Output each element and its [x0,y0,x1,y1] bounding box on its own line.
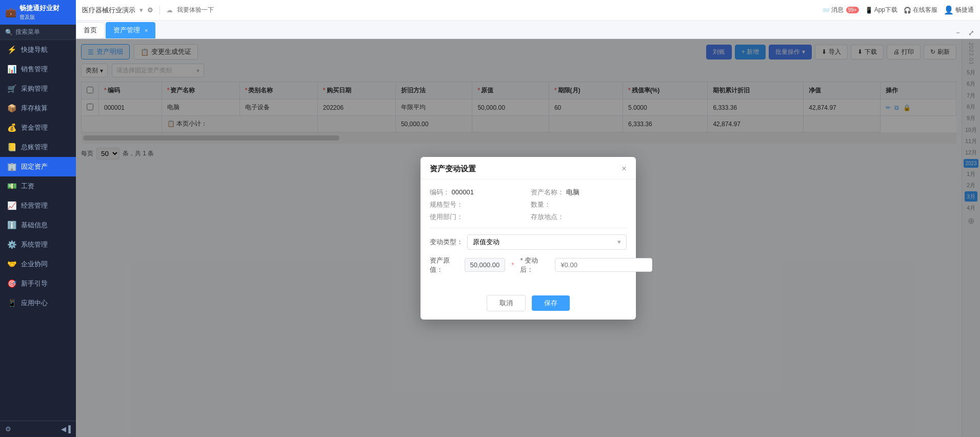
payroll-label: 工资 [21,182,34,191]
basic-info-label: 基础信息 [21,221,48,230]
tabs-right-controls: － ⤢ [952,27,980,38]
search-label: 搜索菜单 [15,28,40,36]
tab-close-icon[interactable]: × [145,27,148,33]
operations-label: 经营管理 [21,201,48,210]
tab-maximize-button[interactable]: ⤢ [966,27,977,38]
dialog-code-value: 000001 [452,188,474,196]
sidebar-item-search[interactable]: 🔍 搜索菜单 [0,25,76,40]
funds-label: 资金管理 [21,123,48,132]
system-icon: ⚙️ [7,240,17,249]
fixed-assets-label: 固定资产 [21,162,48,171]
topbar-divider [159,6,160,14]
dialog-dept-item: 使用部门： [430,212,526,222]
message-button[interactable]: 📨 消息 99+ [822,6,859,14]
general-ledger-icon: 📒 [7,143,17,152]
settings-button[interactable]: ⚙ [147,6,153,14]
dialog-location-item: 存放地点： [531,212,627,222]
sidebar-item-operations[interactable]: 📈 经营管理 [0,196,76,215]
main-area: 医疗器械行业演示 ▾ ⚙ ☁ 我要体验一下 📨 消息 99+ 📱 App下载 🎧… [76,0,980,437]
payroll-icon: 💵 [7,182,17,191]
cancel-button[interactable]: 取消 [487,295,526,311]
sidebar-item-guide[interactable]: 🎯 新手引导 [0,274,76,293]
dialog-body: 编码： 000001 资产名称： 电脑 规格型号： 数量： [421,180,636,289]
dialog-quantity-label: 数量： [531,200,551,209]
sidebar-item-sales[interactable]: 📊 销售管理 [0,59,76,79]
tab-home[interactable]: 首页 [76,22,105,38]
quick-nav-label: 快捷导航 [21,45,48,54]
dialog-quantity-item: 数量： [531,200,627,209]
dialog-spec-label: 规格型号： [430,200,463,209]
dialog-close-button[interactable]: × [622,164,626,173]
sidebar-item-enterprise[interactable]: 🤝 企业协同 [0,254,76,274]
enterprise-label: 企业协同 [21,260,48,269]
enterprise-icon: 🤝 [7,260,17,269]
asset-change-dialog: 资产变动设置 × 编码： 000001 资产名称： 电脑 [421,157,636,320]
change-type-label: 变动类型： [430,237,463,247]
change-type-value: 原值变动 [473,237,499,247]
guide-icon: 🎯 [7,279,17,288]
after-change-input[interactable] [555,258,652,272]
message-badge: 99+ [846,7,859,13]
dialog-asset-name-value: 电脑 [566,188,579,197]
apps-icon: 📱 [7,299,17,308]
user-avatar[interactable]: 👤 畅捷通 [944,5,974,15]
sidebar-item-fixed-assets[interactable]: 🏢 固定资产 [0,157,76,176]
sidebar-item-general-ledger[interactable]: 📒 总账管理 [0,137,76,157]
modal-overlay: 资产变动设置 × 编码： 000001 资产名称： 电脑 [76,39,980,437]
message-icon: 📨 [822,7,830,14]
company-dropdown-icon[interactable]: ▾ [139,6,143,14]
settings-icon[interactable]: ⚙ [5,425,11,433]
online-service-button[interactable]: 🎧 在线客服 [904,6,937,14]
operations-icon: 📈 [7,201,17,210]
sales-icon: 📊 [7,65,17,74]
sidebar-item-basic-info[interactable]: ℹ️ 基础信息 [0,215,76,235]
dialog-spec-item: 规格型号： [430,200,526,209]
sidebar-item-apps[interactable]: 📱 应用中心 [0,293,76,313]
cloud-icon: ☁ [166,6,173,14]
sidebar-item-inventory[interactable]: 📦 库存核算 [0,98,76,118]
after-change-label: * 变动后： [520,256,551,274]
change-type-dropdown-icon: ▾ [617,238,621,246]
fixed-assets-icon: 🏢 [7,162,17,171]
app-download-button[interactable]: 📱 App下载 [865,6,897,14]
online-service-label: 在线客服 [913,6,937,14]
purchase-label: 采购管理 [21,84,48,93]
save-label: 保存 [544,299,557,307]
dialog-header: 资产变动设置 × [421,157,636,180]
sidebar-item-system[interactable]: ⚙️ 系统管理 [0,235,76,254]
change-type-select[interactable]: 原值变动 ▾ [467,234,627,250]
message-label: 消息 [831,6,844,14]
content-area: ☰ 资产明细 📋 变更生成凭证 刘账 + 新增 批量操作 ▾ [76,39,980,437]
save-button[interactable]: 保存 [532,295,570,311]
sidebar-item-funds[interactable]: 💰 资金管理 [0,118,76,137]
sidebar-bottom: ⚙ ◀▐ [0,421,76,437]
dialog-footer: 取消 保存 [421,289,636,320]
dialog-code-label: 编码： [430,188,450,197]
dialog-asset-name-label: 资产名称： [531,188,564,197]
app-name: 畅捷通好业财 [19,4,59,13]
tab-home-label: 首页 [84,26,97,35]
experience-text[interactable]: 我要体验一下 [177,6,214,14]
mobile-icon: 📱 [865,7,873,14]
apps-label: 应用中心 [21,299,48,308]
sales-label: 销售管理 [21,65,48,74]
guide-label: 新手引导 [21,279,48,288]
cancel-label: 取消 [499,299,513,307]
collapse-icon[interactable]: ◀▐ [61,425,71,433]
tab-minimize-button[interactable]: － [952,27,964,38]
asset-original-value: 50,000.00 [465,258,506,272]
sidebar-item-quick-nav[interactable]: ⚡ 快捷导航 [0,40,76,59]
system-label: 系统管理 [21,240,48,249]
service-icon: 🎧 [904,7,911,14]
sidebar-item-payroll[interactable]: 💵 工资 [0,176,76,196]
tab-asset-management[interactable]: 资产管理 × [106,22,155,38]
topbar-right: 📨 消息 99+ 📱 App下载 🎧 在线客服 👤 畅捷通 [822,5,974,15]
dialog-dept-label: 使用部门： [430,212,463,222]
username-label: 畅捷通 [955,6,974,14]
sidebar-item-purchase[interactable]: 🛒 采购管理 [0,79,76,98]
dialog-code-item: 编码： 000001 [430,188,526,197]
topbar: 医疗器械行业演示 ▾ ⚙ ☁ 我要体验一下 📨 消息 99+ 📱 App下载 🎧… [76,0,980,21]
search-icon: 🔍 [5,29,13,36]
inventory-label: 库存核算 [21,104,48,113]
general-ledger-label: 总账管理 [21,143,48,152]
